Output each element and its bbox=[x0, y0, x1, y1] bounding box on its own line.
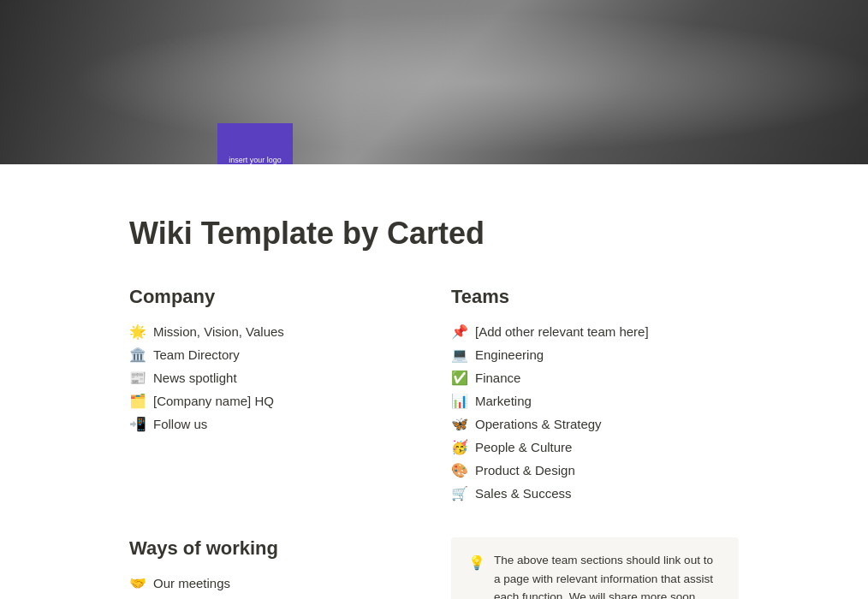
list-item[interactable]: 🥳 People & Culture bbox=[451, 437, 739, 457]
company-section-title: Company bbox=[129, 286, 417, 308]
news-icon: 📰 bbox=[129, 370, 146, 386]
directory-label: Team Directory bbox=[153, 347, 240, 362]
ops-icon: 🦋 bbox=[451, 416, 468, 432]
teams-list: 📌 [Add other relevant team here] 💻 Engin… bbox=[451, 322, 739, 503]
teams-section-title: Teams bbox=[451, 286, 739, 308]
main-content: Wiki Template by Carted Company 🌟 Missio… bbox=[109, 164, 759, 599]
ops-label: Operations & Strategy bbox=[475, 417, 602, 431]
company-section: Company 🌟 Mission, Vision, Values 🏛️ Tea… bbox=[129, 286, 417, 503]
notice-text: The above team sections should link out … bbox=[494, 551, 722, 599]
hq-icon: 🗂️ bbox=[129, 393, 146, 409]
list-item[interactable]: 🤝 Our meetings bbox=[129, 573, 417, 593]
sales-label: Sales & Success bbox=[475, 486, 572, 501]
add-team-label: [Add other relevant team here] bbox=[475, 324, 649, 339]
hero-overlay bbox=[0, 0, 868, 164]
product-icon: 🎨 bbox=[451, 462, 468, 478]
company-list: 🌟 Mission, Vision, Values 🏛️ Team Direct… bbox=[129, 322, 417, 434]
ways-list: 🤝 Our meetings 📅 Meeting free Wednesdays… bbox=[129, 573, 417, 599]
hq-label: [Company name] HQ bbox=[153, 394, 274, 408]
follow-label: Follow us bbox=[153, 417, 207, 431]
follow-icon: 📲 bbox=[129, 416, 146, 432]
people-label: People & Culture bbox=[475, 440, 572, 454]
directory-icon: 🏛️ bbox=[129, 347, 146, 363]
list-item[interactable]: 🎨 Product & Design bbox=[451, 460, 739, 480]
list-item[interactable]: 🛒 Sales & Success bbox=[451, 483, 739, 503]
teams-section: Teams 📌 [Add other relevant team here] 💻… bbox=[451, 286, 739, 503]
finance-label: Finance bbox=[475, 371, 520, 385]
marketing-icon: 📊 bbox=[451, 393, 468, 409]
news-label: News spotlight bbox=[153, 371, 237, 385]
list-item[interactable]: 🦋 Operations & Strategy bbox=[451, 414, 739, 434]
finance-icon: ✅ bbox=[451, 370, 468, 386]
list-item[interactable]: 📲 Follow us bbox=[129, 414, 417, 434]
list-item[interactable]: 🌟 Mission, Vision, Values bbox=[129, 322, 417, 341]
logo-box[interactable]: insert your logo bbox=[217, 123, 293, 164]
sales-icon: 🛒 bbox=[451, 485, 468, 501]
ways-section-title: Ways of working bbox=[129, 537, 417, 560]
mission-icon: 🌟 bbox=[129, 323, 146, 340]
list-item[interactable]: 📊 Marketing bbox=[451, 391, 739, 411]
meetings-label: Our meetings bbox=[153, 576, 230, 590]
product-label: Product & Design bbox=[475, 463, 575, 477]
list-item[interactable]: 🗂️ [Company name] HQ bbox=[129, 391, 417, 411]
list-item[interactable]: 📌 [Add other relevant team here] bbox=[451, 322, 739, 341]
page-title: Wiki Template by Carted bbox=[129, 216, 739, 252]
engineering-icon: 💻 bbox=[451, 347, 468, 363]
hero-background bbox=[0, 0, 868, 164]
list-item[interactable]: 💻 Engineering bbox=[451, 345, 739, 365]
marketing-label: Marketing bbox=[475, 394, 532, 408]
ways-left: Ways of working 🤝 Our meetings 📅 Meeting… bbox=[129, 537, 417, 599]
list-item[interactable]: 📰 News spotlight bbox=[129, 368, 417, 388]
list-item[interactable]: 🏛️ Team Directory bbox=[129, 345, 417, 365]
ways-grid: Ways of working 🤝 Our meetings 📅 Meeting… bbox=[129, 537, 739, 599]
engineering-label: Engineering bbox=[475, 347, 544, 362]
meetings-icon: 🤝 bbox=[129, 575, 146, 591]
notice-icon: 💡 bbox=[468, 552, 485, 574]
ways-section: Ways of working 🤝 Our meetings 📅 Meeting… bbox=[129, 537, 739, 599]
hero-banner: insert your logo bbox=[0, 0, 868, 164]
people-icon: 🥳 bbox=[451, 439, 468, 455]
top-sections: Company 🌟 Mission, Vision, Values 🏛️ Tea… bbox=[129, 286, 739, 503]
logo-text: insert your logo bbox=[225, 152, 285, 164]
ways-right: 💡 The above team sections should link ou… bbox=[451, 537, 739, 599]
add-team-icon: 📌 bbox=[451, 323, 468, 340]
list-item[interactable]: ✅ Finance bbox=[451, 368, 739, 388]
mission-label: Mission, Vision, Values bbox=[153, 324, 284, 339]
notice-box: 💡 The above team sections should link ou… bbox=[451, 537, 739, 599]
